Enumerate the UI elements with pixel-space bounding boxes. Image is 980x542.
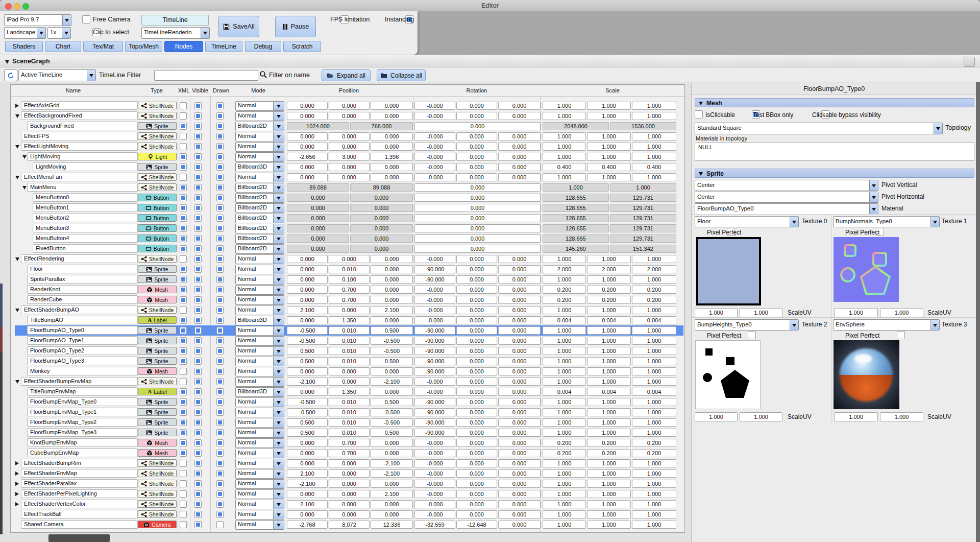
scale-field[interactable]: 1.000: [632, 398, 676, 406]
tab-debug[interactable]: Debug: [245, 41, 281, 52]
mode-dropdown[interactable]: Billboard2D: [235, 122, 284, 131]
xml-checkbox[interactable]: [180, 521, 187, 528]
scale-field[interactable]: 1.000: [632, 521, 676, 529]
collapse-node-arrow[interactable]: [15, 309, 19, 312]
mode-dropdown[interactable]: Billboard2D: [235, 203, 284, 213]
position-field[interactable]: 3.000: [329, 153, 370, 161]
expand-node-arrow[interactable]: [15, 104, 19, 108]
scale-field[interactable]: 1.000: [632, 357, 676, 365]
position-field[interactable]: 0.000: [329, 102, 370, 110]
table-row[interactable]: CubeBumpEnvMapMeshNormal0.0000.7000.000-…: [11, 449, 684, 458]
scale-field[interactable]: 2.000: [632, 265, 676, 273]
position-field[interactable]: 0.000: [287, 112, 328, 120]
rotation-field[interactable]: 0.000: [498, 459, 541, 467]
xml-checkbox[interactable]: [180, 429, 187, 436]
mode-dropdown[interactable]: Normal: [235, 132, 284, 142]
drawn-checkbox[interactable]: [216, 112, 224, 120]
position-field[interactable]: 0.000: [329, 163, 370, 171]
scale-field[interactable]: 129.731: [610, 224, 676, 232]
scale-field[interactable]: 1.000: [587, 500, 631, 508]
topology-dropdown[interactable]: Standard Square: [695, 123, 943, 134]
scale-field[interactable]: 1.000: [543, 398, 586, 406]
scale-field[interactable]: 1.000: [543, 337, 586, 345]
texture1-dropdown[interactable]: BumpNormals_Type0: [833, 216, 940, 227]
mode-dropdown[interactable]: Billboard3D: [235, 162, 284, 172]
visible-checkbox[interactable]: [194, 470, 202, 477]
texture3-dropdown[interactable]: EnvSphere: [833, 319, 940, 331]
node-name-field[interactable]: EffectTrackBall: [21, 510, 138, 519]
rotation-field[interactable]: 0.000: [456, 286, 497, 294]
scale-field[interactable]: 1.000: [543, 459, 586, 467]
drawn-checkbox[interactable]: [216, 245, 224, 252]
xml-checkbox[interactable]: [180, 102, 187, 109]
scale-field[interactable]: 1.000: [587, 367, 631, 375]
position-field[interactable]: 2.100: [371, 306, 413, 314]
column-header-drawn[interactable]: Drawn: [210, 85, 232, 96]
scale-field[interactable]: 1.000: [543, 275, 586, 284]
position-field[interactable]: 0.000: [287, 286, 328, 294]
drawn-checkbox[interactable]: [216, 255, 224, 263]
node-name-field[interactable]: SpriteParallax: [27, 275, 138, 284]
scale-field[interactable]: 128.655: [543, 234, 609, 243]
drawn-checkbox[interactable]: [216, 215, 224, 222]
rotation-field[interactable]: 0.000: [456, 112, 497, 120]
scale-field[interactable]: 1.000: [543, 173, 586, 181]
position-field[interactable]: 0.000: [287, 296, 328, 304]
position-field[interactable]: 0.000: [287, 194, 349, 202]
scale-field[interactable]: 1.000: [610, 183, 676, 192]
rotation-field[interactable]: -0.000: [414, 500, 455, 508]
position-field[interactable]: 0.000: [371, 480, 413, 488]
node-name-field[interactable]: MenuButton1: [33, 203, 138, 212]
xml-checkbox[interactable]: [180, 296, 187, 303]
position-field[interactable]: 0.010: [329, 326, 370, 335]
position-field[interactable]: -2.100: [371, 459, 413, 467]
scale-field[interactable]: 1.000: [632, 429, 676, 437]
xml-checkbox[interactable]: [180, 307, 187, 314]
scale-field[interactable]: 1.000: [587, 490, 631, 498]
scale-field[interactable]: 1.000: [543, 510, 586, 519]
position-field[interactable]: 0.010: [329, 357, 370, 365]
drawn-checkbox[interactable]: [216, 521, 224, 528]
device-dropdown[interactable]: iPad Pro 9.7: [4, 14, 71, 26]
visible-checkbox[interactable]: [194, 347, 202, 355]
rotation-field[interactable]: 0.000: [414, 204, 541, 212]
table-row[interactable]: RenderKnotMeshNormal0.0000.7000.000-0.00…: [11, 285, 684, 294]
xml-checkbox[interactable]: [180, 143, 187, 150]
column-header-position[interactable]: Position: [285, 85, 413, 96]
scale-field[interactable]: 0.200: [587, 439, 631, 447]
position-field[interactable]: 0.000: [329, 306, 370, 314]
mode-dropdown[interactable]: Normal: [235, 254, 284, 264]
xml-checkbox[interactable]: [180, 501, 187, 508]
rotation-field[interactable]: 0.000: [498, 398, 541, 406]
position-field[interactable]: 0.000: [287, 255, 328, 263]
mode-dropdown[interactable]: Normal: [235, 142, 284, 152]
rotation-field[interactable]: 0.000: [456, 429, 497, 437]
scale-field[interactable]: 1.000: [587, 102, 631, 110]
position-field[interactable]: 0.000: [287, 367, 328, 375]
scale-field[interactable]: 1.000: [587, 429, 631, 437]
position-field[interactable]: 12.336: [371, 521, 413, 529]
position-field[interactable]: 0.700: [329, 286, 370, 294]
env-sphere-preview[interactable]: [834, 340, 899, 409]
rotation-field[interactable]: 0.000: [498, 469, 541, 478]
mode-dropdown[interactable]: Billboard2D: [235, 193, 284, 203]
table-row[interactable]: EffectShaderBumpEnvMapShellNodeNormal-2.…: [11, 377, 684, 386]
position-field[interactable]: 0.000: [287, 265, 328, 273]
drawn-checkbox[interactable]: [216, 347, 224, 355]
mode-dropdown[interactable]: Billboard2D: [235, 234, 284, 244]
scale-field[interactable]: 1.000: [543, 357, 586, 365]
position-field[interactable]: 0.500: [287, 357, 328, 365]
scale-field[interactable]: 1536.000: [610, 122, 676, 130]
rotation-field[interactable]: 0.000: [456, 102, 497, 110]
xml-checkbox[interactable]: [180, 276, 187, 283]
scenegraph-panel-header[interactable]: SceneGraph: [0, 55, 980, 69]
mode-dropdown[interactable]: Normal: [235, 346, 284, 356]
rotation-field[interactable]: 0.000: [456, 459, 497, 467]
position-field[interactable]: 2.100: [371, 490, 413, 498]
rotation-field[interactable]: -32.559: [414, 521, 455, 529]
node-name-field[interactable]: EffectShaderBumpRim: [21, 459, 138, 467]
visible-checkbox[interactable]: [194, 419, 202, 426]
position-field[interactable]: 0.000: [371, 286, 413, 294]
node-name-field[interactable]: EffectMenuFan: [21, 173, 138, 181]
visible-checkbox[interactable]: [194, 153, 202, 160]
